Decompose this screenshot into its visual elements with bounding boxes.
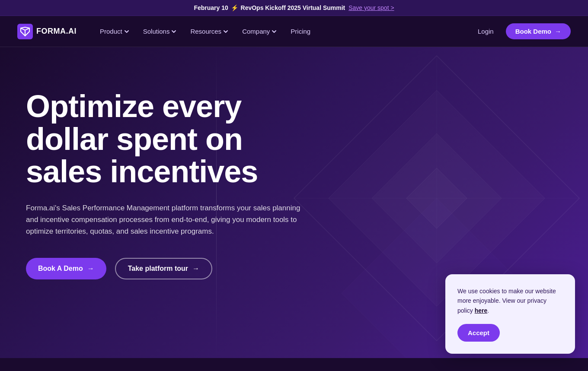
hero-title-line1: Optimize every (26, 89, 241, 124)
nav-company[interactable]: Company (236, 24, 283, 38)
hero-content: Optimize every dollar spent on sales inc… (0, 47, 337, 314)
hero-buttons: Book A Demo → Take platform tour → (26, 258, 311, 279)
hero-title-line2: dollar spent on (26, 122, 243, 156)
nav-solutions-label: Solutions (143, 28, 170, 35)
book-demo-arrow-icon: → (555, 28, 561, 35)
nav-product-label: Product (100, 28, 122, 35)
book-demo-hero-arrow-icon: → (87, 265, 94, 273)
nav-right: Login Book Demo → (473, 23, 571, 39)
hero-title: Optimize every dollar spent on sales inc… (26, 90, 311, 188)
platform-tour-arrow-icon: → (192, 265, 199, 273)
cookie-period: . (487, 307, 489, 314)
hero-subtitle: Forma.ai's Sales Performance Management … (26, 202, 311, 238)
resources-chevron-icon (223, 29, 228, 34)
logo-text: FORMA.AI (36, 27, 77, 36)
cookie-text: We use cookies to make our website more … (457, 286, 563, 315)
cookie-message: We use cookies to make our website more … (457, 288, 556, 314)
nav-pricing[interactable]: Pricing (284, 24, 316, 38)
nav-links: Product Solutions Resources Company Pric… (94, 24, 473, 38)
announcement-banner: February 10 ⚡ RevOps Kickoff 2025 Virtua… (0, 0, 588, 16)
announcement-date: February 10 (194, 4, 228, 11)
company-chevron-icon (272, 29, 277, 34)
product-chevron-icon (124, 29, 129, 34)
platform-tour-button[interactable]: Take platform tour → (115, 258, 212, 279)
nav-resources[interactable]: Resources (184, 24, 234, 38)
bolt-icon: ⚡ (231, 4, 238, 11)
save-spot-link[interactable]: Save your spot > (348, 4, 394, 11)
nav-resources-label: Resources (190, 28, 221, 35)
logo-icon (17, 24, 33, 39)
cookie-banner: We use cookies to make our website more … (445, 274, 575, 354)
nav-product[interactable]: Product (94, 24, 135, 38)
solutions-chevron-icon (171, 29, 176, 34)
logo[interactable]: FORMA.AI (17, 24, 77, 39)
navbar: FORMA.AI Product Solutions Resources Com… (0, 16, 588, 47)
hero-title-line3: sales incentives (26, 154, 258, 189)
nav-solutions[interactable]: Solutions (137, 24, 183, 38)
platform-tour-label: Take platform tour (128, 265, 188, 273)
book-demo-hero-label: Book A Demo (38, 265, 83, 273)
book-demo-hero-button[interactable]: Book A Demo → (26, 258, 106, 279)
book-demo-label: Book Demo (515, 28, 551, 35)
privacy-policy-link[interactable]: here (475, 307, 488, 314)
announcement-event: RevOps Kickoff 2025 Virtual Summit (241, 4, 345, 11)
nav-company-label: Company (242, 28, 270, 35)
accept-cookies-button[interactable]: Accept (457, 324, 500, 342)
book-demo-button[interactable]: Book Demo → (506, 23, 571, 39)
login-button[interactable]: Login (473, 24, 499, 38)
nav-pricing-label: Pricing (291, 28, 310, 35)
